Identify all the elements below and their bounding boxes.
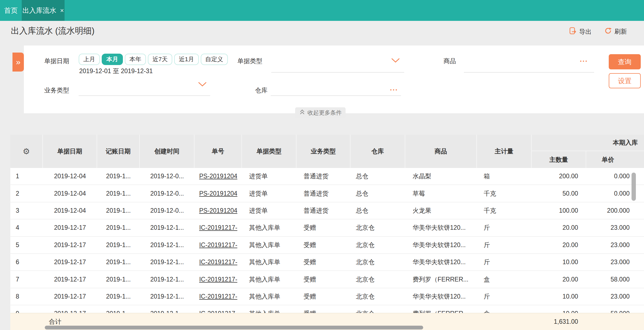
preset-this-month[interactable]: 本月	[102, 54, 123, 65]
doc-no-link[interactable]: IC-20191217-	[199, 241, 237, 248]
preset-custom[interactable]: 自定义	[201, 54, 228, 65]
cell-doc-date: 2019-12-17	[43, 293, 97, 300]
cell-main-unit: 箱	[477, 172, 532, 180]
date-range-value[interactable]: 2019-12-01 至 2019-12-31	[79, 67, 153, 75]
vertical-scrollbar-thumb[interactable]	[632, 173, 636, 201]
doc-no-link[interactable]: IC-20191217-	[199, 276, 237, 283]
doc-no-link[interactable]: IC-20191217-	[199, 258, 237, 266]
cell-doc-no[interactable]: PS-20191204	[195, 190, 242, 197]
table-row: 72019-12-172019-1...2019-12-1...IC-20191…	[10, 271, 644, 288]
doc-type-label: 单据类型	[237, 57, 262, 65]
panel-expand-tab[interactable]: »	[12, 53, 24, 72]
col-doc-no: 单号	[195, 135, 242, 168]
cell-doc-no[interactable]: PS-20191204	[195, 207, 242, 214]
flow-table: ⚙ 单据日期 记账日期 创建时间 单号 单据类型 业务类型 仓库 商品 主计量 …	[10, 135, 644, 330]
export-button[interactable]: 导出	[569, 27, 592, 37]
row-number: 8	[10, 293, 43, 300]
doc-no-link[interactable]: IC-20191217-	[199, 224, 237, 231]
cell-product: 草莓	[405, 189, 477, 198]
total-qty-value: 1,631.00	[532, 318, 586, 325]
cell-warehouse: 北京仓	[350, 224, 405, 232]
table-row: 12019-12-042019-1...2019-12-0...PS-20191…	[10, 168, 644, 185]
cell-product: 华美华夫软饼120...	[405, 224, 477, 232]
cell-doc-no[interactable]: IC-20191217-	[195, 241, 242, 249]
cell-biz-type: 受赠	[297, 275, 350, 284]
cell-warehouse: 北京仓	[350, 275, 405, 284]
tab-inout-flow-label: 出入库流水	[22, 6, 56, 15]
settings-button[interactable]: 设置	[609, 73, 641, 88]
col-unit-price: 单价	[586, 151, 644, 168]
cell-doc-no[interactable]: IC-20191217-	[195, 224, 242, 231]
row-number: 1	[10, 173, 43, 180]
cell-main-unit: 斤	[477, 224, 532, 232]
gear-icon[interactable]: ⚙	[23, 147, 30, 156]
preset-last-7-days[interactable]: 近7天	[148, 54, 172, 65]
cell-main-unit: 斤	[477, 258, 532, 266]
col-product: 商品	[405, 135, 477, 168]
cell-biz-type: 受赠	[297, 241, 350, 249]
cell-created-time: 2019-12-1...	[140, 258, 195, 266]
refresh-icon	[604, 27, 612, 36]
table-row: 22019-12-042019-1...2019-12-0...PS-20191…	[10, 185, 644, 202]
page-title: 出入库流水 (流水明细)	[11, 25, 94, 37]
biz-type-label: 业务类型	[44, 86, 69, 95]
table-body: 12019-12-042019-1...2019-12-0...PS-20191…	[10, 168, 644, 323]
doc-no-link[interactable]: PS-20191204	[199, 190, 237, 197]
tab-inout-flow[interactable]: 出入库流水 ×	[22, 0, 65, 21]
refresh-button[interactable]: 刷新	[604, 27, 627, 36]
query-button[interactable]: 查询	[609, 54, 641, 69]
doc-type-input[interactable]	[271, 72, 404, 73]
cell-main-unit: 盒	[477, 275, 532, 284]
biz-type-input[interactable]	[79, 95, 210, 96]
doc-no-link[interactable]: PS-20191204	[199, 173, 237, 180]
cell-doc-date: 2019-12-17	[43, 258, 97, 266]
row-number: 5	[10, 241, 43, 249]
chevron-down-icon[interactable]	[197, 81, 207, 87]
cell-main-qty: 20.00	[532, 276, 586, 283]
preset-this-year[interactable]: 本年	[125, 54, 146, 65]
refresh-label: 刷新	[614, 27, 627, 36]
cell-product: 火龙果	[405, 206, 477, 215]
preset-last-1-month[interactable]: 近1月	[174, 54, 199, 65]
cell-doc-no[interactable]: IC-20191217-	[195, 258, 242, 266]
cell-warehouse: 北京仓	[350, 241, 405, 249]
row-number: 3	[10, 207, 43, 214]
table-row: 52019-12-172019-1...2019-12-1...IC-20191…	[10, 237, 644, 254]
doc-date-label: 单据日期	[44, 57, 69, 65]
product-picker-ellipsis-icon[interactable]: •••	[580, 59, 588, 64]
cell-biz-type: 普通进货	[297, 189, 350, 198]
doc-no-link[interactable]: PS-20191204	[199, 207, 237, 214]
cell-warehouse: 总仓	[350, 172, 405, 180]
warehouse-input[interactable]	[271, 95, 401, 96]
close-icon[interactable]: ×	[60, 7, 64, 14]
cell-doc-no[interactable]: PS-20191204	[195, 173, 242, 180]
app-window: 首页 出入库流水 × 出入库流水 (流水明细) 导出 刷新 » 单据日期 上月 …	[0, 0, 644, 330]
cell-doc-no[interactable]: IC-20191217-	[195, 293, 242, 300]
cell-main-unit: 斤	[477, 292, 532, 301]
cell-doc-type: 其他入库单	[242, 241, 297, 249]
cell-main-unit: 千克	[477, 189, 532, 198]
table-row: 82019-12-172019-1...2019-12-1...IC-20191…	[10, 288, 644, 305]
tab-home[interactable]: 首页	[0, 0, 22, 21]
horizontal-scrollbar-thumb[interactable]	[45, 326, 423, 329]
preset-last-month[interactable]: 上月	[79, 54, 100, 65]
chevron-down-icon[interactable]	[391, 57, 400, 63]
cell-product: 华美华夫软饼120...	[405, 292, 477, 301]
product-input[interactable]	[464, 72, 594, 73]
warehouse-picker-ellipsis-icon[interactable]: •••	[390, 87, 398, 93]
col-doc-date: 单据日期	[43, 135, 97, 168]
cell-doc-no[interactable]: IC-20191217-	[195, 276, 242, 283]
cell-doc-date: 2019-12-04	[43, 207, 97, 214]
collapse-conditions-toggle[interactable]: 收起更多条件	[295, 107, 346, 118]
cell-created-time: 2019-12-0...	[140, 173, 195, 180]
cell-unit-price: 200.000	[586, 207, 644, 214]
total-label: 合计	[49, 318, 61, 326]
doc-no-link[interactable]: IC-20191217-	[199, 293, 237, 300]
cell-created-time: 2019-12-0...	[140, 207, 195, 214]
cell-doc-type: 其他入库单	[242, 224, 297, 232]
cell-unit-price: 23.000	[586, 224, 644, 231]
top-tab-bar: 首页 出入库流水 ×	[0, 0, 644, 21]
cell-warehouse: 总仓	[350, 206, 405, 215]
cell-unit-price: 58.000	[586, 276, 644, 283]
cell-biz-type: 受赠	[297, 224, 350, 232]
